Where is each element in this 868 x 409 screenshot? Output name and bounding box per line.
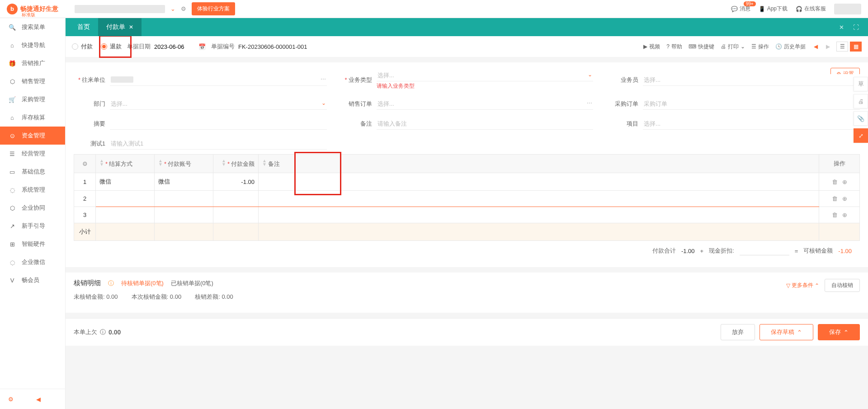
tab-payment[interactable]: 付款单 ✕ <box>98 18 142 36</box>
gear-header-icon[interactable]: ⚙ <box>74 155 96 173</box>
rail-print-icon[interactable]: 🖨 <box>854 94 868 108</box>
sidebar-item[interactable]: ⊞智能硬件 <box>0 235 65 253</box>
chevron-down-icon[interactable]: ⌄ <box>170 5 175 12</box>
rail-expand-icon[interactable]: ⤢ <box>854 128 868 143</box>
experience-button[interactable]: 体验行业方案 <box>192 2 235 15</box>
project-select[interactable] <box>643 118 860 130</box>
table-row[interactable]: 1 微信 微信 -1.00 🗑⊕ <box>74 173 860 191</box>
table-row[interactable]: 3 🗑⊕ <box>74 207 860 223</box>
sidebar-icon: ⌂ <box>8 113 16 122</box>
tab-pending[interactable]: 待核销单据(0笔) <box>121 279 164 287</box>
close-icon[interactable]: ✕ <box>129 24 133 30</box>
delete-icon[interactable]: 🗑 <box>832 212 838 218</box>
sidebar-icon: ⬡ <box>8 204 16 212</box>
sidebar-item[interactable]: V畅会员 <box>0 271 65 289</box>
messages-link[interactable]: 💬 消息 99+ <box>731 5 750 13</box>
sidebar-item[interactable]: ⬡销售管理 <box>0 72 65 90</box>
tab-done[interactable]: 已核销单据(0笔) <box>171 279 213 287</box>
headset-icon: 🎧 <box>796 6 802 12</box>
add-icon[interactable]: ⊕ <box>842 195 847 202</box>
rail-attach-icon[interactable]: 📎 <box>854 111 868 126</box>
biz-type-select[interactable] <box>377 70 594 81</box>
radio-icon <box>101 43 107 50</box>
ellipsis-icon[interactable]: ⋯ <box>321 76 326 82</box>
online-service-link[interactable]: 🎧 在线客服 <box>796 5 826 13</box>
operate-link[interactable]: ☰ 操作 <box>751 43 769 51</box>
purchase-order-select[interactable] <box>643 98 860 110</box>
collapse-icon[interactable]: ◀ <box>36 396 41 403</box>
doc-no-label: 单据编号 <box>211 42 235 51</box>
remark-header[interactable]: ▲▼备注 <box>259 155 819 173</box>
sidebar-icon: 🛒 <box>8 95 16 103</box>
account-header[interactable]: ▲▼付款账号 <box>155 155 213 173</box>
sidebar-item[interactable]: ▭基础信息 <box>0 163 65 181</box>
test1-input[interactable] <box>110 138 327 150</box>
more-filter-link[interactable]: ▽ 更多条件 ⌃ <box>786 282 819 289</box>
next-arrow-icon[interactable]: ▶ <box>826 43 830 50</box>
fullscreen-icon[interactable]: ⛶ <box>851 22 861 32</box>
add-icon[interactable]: ⊕ <box>842 212 847 218</box>
gear-icon[interactable]: ⚙ <box>8 396 14 403</box>
summary-input[interactable] <box>110 118 327 130</box>
sidebar-item[interactable]: ↗新手引导 <box>0 217 65 235</box>
logo-icon: b <box>7 4 18 14</box>
delete-icon[interactable]: 🗑 <box>832 179 838 185</box>
calendar-icon[interactable]: 📅 <box>198 43 206 50</box>
sidebar-item[interactable]: ⬡企业协同 <box>0 199 65 217</box>
partner-input-masked[interactable] <box>110 74 327 86</box>
sidebar-item[interactable]: 🎁营销推广 <box>0 54 65 72</box>
radio-refund[interactable]: 退款 <box>101 42 122 51</box>
save-button[interactable]: 保存 ⌃ <box>818 324 860 340</box>
prev-arrow-icon[interactable]: ◀ <box>812 43 820 50</box>
save-draft-button[interactable]: 保存草稿 ⌃ <box>760 324 813 340</box>
card-view-button[interactable]: ▦ <box>850 42 862 52</box>
remark-input[interactable] <box>377 118 594 130</box>
salesman-select[interactable] <box>643 74 860 86</box>
biz-type-error: 请输入业务类型 <box>377 82 594 90</box>
summary-label: 摘要 <box>74 120 105 128</box>
balance-value: 0.00 <box>108 329 121 336</box>
tab-home[interactable]: 首页 <box>69 18 98 36</box>
amount-header[interactable]: ▲▼付款金额 <box>213 155 259 173</box>
method-header[interactable]: ▲▼结算方式 <box>96 155 155 173</box>
verify-value: -1.00 <box>838 248 852 254</box>
app-download-link[interactable]: 📱 App下载 <box>759 5 788 13</box>
sidebar-item[interactable]: 🛒采购管理 <box>0 90 65 108</box>
doc-date-input[interactable] <box>154 43 195 50</box>
user-avatar-masked[interactable] <box>834 4 861 14</box>
print-link[interactable]: 🖨 打印 ⌄ <box>721 43 745 51</box>
sidebar-item[interactable]: ⌂快捷导航 <box>0 36 65 54</box>
chevron-down-icon[interactable]: ⌄ <box>588 71 592 78</box>
sidebar-item[interactable]: ◌企业微信 <box>0 253 65 271</box>
right-rail: 草 🖨 📎 ⤢ <box>854 77 868 143</box>
list-view-button[interactable]: ☰ <box>836 42 848 52</box>
discount-input[interactable] <box>740 246 789 255</box>
sidebar-item[interactable]: ⌂库存核算 <box>0 108 65 127</box>
video-link[interactable]: ▶ 视频 <box>643 43 660 51</box>
top-header: b 畅捷通好生意 标准版 ⌄ ⚙ 体验行业方案 💬 消息 99+ 📱 App下载… <box>0 0 868 18</box>
chevron-down-icon[interactable]: ⌄ <box>321 100 326 106</box>
close-all-icon[interactable]: ✕ <box>836 22 846 32</box>
payment-table-wrap: ⚙ ▲▼结算方式 ▲▼付款账号 ▲▼付款金额 ▲▼备注 操作 1 微信 微信 -… <box>66 154 868 267</box>
radio-payment[interactable]: 付款 <box>72 42 93 51</box>
rail-draft-icon[interactable]: 草 <box>854 77 868 91</box>
sidebar-item[interactable]: ⊙资金管理 <box>0 127 65 145</box>
history-link[interactable]: 🕓 历史单据 <box>775 43 806 51</box>
gear-icon[interactable]: ⚙ <box>181 5 186 12</box>
sales-order-label: 销售订单 <box>340 100 372 108</box>
info-icon[interactable]: ⓘ <box>108 279 114 287</box>
shortcut-link[interactable]: ⌨ 快捷键 <box>689 43 714 51</box>
sidebar-item[interactable]: 🔍搜索菜单 <box>0 18 65 36</box>
add-icon[interactable]: ⊕ <box>842 179 847 185</box>
sidebar-item[interactable]: ☰经营管理 <box>0 145 65 163</box>
dept-select[interactable] <box>110 98 327 110</box>
sales-order-select[interactable] <box>377 98 594 110</box>
sidebar-item[interactable]: ◌系统管理 <box>0 181 65 199</box>
auto-verify-button[interactable]: 自动核销 <box>825 279 860 292</box>
help-link[interactable]: ? 帮助 <box>666 43 682 51</box>
delete-icon[interactable]: 🗑 <box>832 195 838 202</box>
table-row[interactable]: 2 🗑⊕ <box>74 191 860 207</box>
ellipsis-icon[interactable]: ⋯ <box>587 100 592 106</box>
question-icon[interactable]: ⓘ <box>100 328 106 336</box>
discard-button[interactable]: 放弃 <box>721 324 755 340</box>
